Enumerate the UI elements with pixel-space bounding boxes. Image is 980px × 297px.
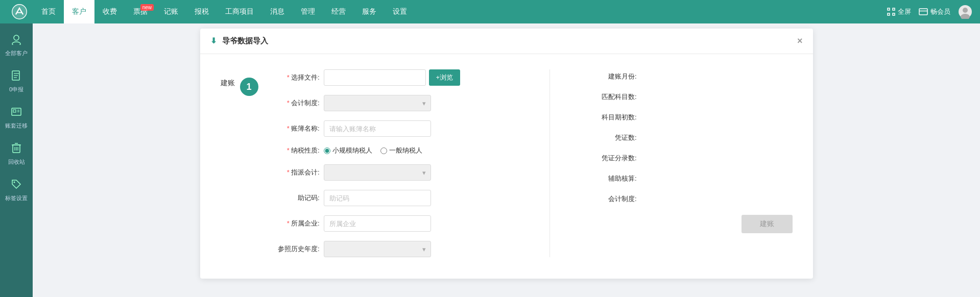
tax-nature-radio-group: 小规模纳税人 一般纳税人: [324, 146, 422, 155]
dialog-title: 导爷数据导入: [222, 36, 268, 45]
member-label: 畅会员: [930, 7, 950, 16]
svg-point-0: [12, 5, 26, 19]
ref-year-label: 参照历史年度:: [274, 244, 320, 254]
nav-messages[interactable]: 消息: [262, 0, 293, 23]
ledger-name-input[interactable]: [324, 120, 431, 137]
aux-accounting-row: 辅助核算:: [581, 174, 793, 183]
nav-invoices[interactable]: 票据 new: [125, 0, 156, 23]
sidebar-migration-label: 账套迁移: [5, 122, 28, 130]
accounting-system-label: 会计制度:: [274, 98, 320, 108]
assign-accountant-row: 指派会计:: [274, 164, 519, 181]
file-input-group: +浏览: [324, 69, 461, 86]
svg-rect-1: [888, 8, 890, 10]
file-text-input[interactable]: [324, 69, 426, 86]
top-navigation: 首页 客户 收费 票据 new 记账 报税 工商项目 消息 管理 经营 服务 设…: [0, 0, 980, 23]
sidebar: 全部客户 0申报 账套迁移: [0, 23, 33, 297]
trash-icon: [11, 142, 21, 156]
nav-tax[interactable]: 报税: [186, 0, 217, 23]
small-taxpayer-label: 小规模纳税人: [332, 146, 372, 155]
import-icon: ⬇: [210, 36, 217, 45]
ref-year-select-wrapper: [324, 241, 431, 257]
ref-year-select[interactable]: [324, 241, 431, 257]
svg-rect-2: [893, 8, 895, 10]
sidebar-tags-label: 标签设置: [5, 194, 28, 202]
small-taxpayer-input[interactable]: [324, 147, 330, 154]
match-subject-row: 匹配科目数:: [581, 92, 793, 102]
voucher-label: 凭证数:: [581, 133, 637, 142]
memo-code-row: 助记码:: [274, 190, 519, 206]
form-panel: 建账 1 选择文件: +浏览: [221, 69, 519, 257]
sidebar-declaration-label: 0申报: [9, 86, 23, 93]
member-button[interactable]: 畅会员: [919, 7, 950, 16]
info-accounting-system-row: 会计制度:: [581, 194, 793, 204]
fullscreen-button[interactable]: 全屏: [887, 7, 911, 16]
logo[interactable]: [5, 4, 33, 20]
nav-home[interactable]: 首页: [33, 0, 64, 23]
ledger-name-row: 账簿名称:: [274, 120, 519, 137]
nav-services[interactable]: 服务: [354, 0, 385, 23]
nav-right: 全屏 畅会员: [887, 5, 972, 19]
all-clients-icon: [11, 34, 22, 47]
nav-items: 首页 客户 收费 票据 new 记账 报税 工商项目 消息 管理 经营 服务 设…: [33, 0, 887, 23]
subject-initial-label: 科目期初数:: [581, 113, 637, 122]
step-label: 建账: [221, 73, 235, 92]
tax-nature-label: 纳税性质:: [274, 146, 320, 155]
assign-accountant-label: 指派会计:: [274, 168, 320, 177]
sidebar-item-migration[interactable]: 账套迁移: [0, 101, 33, 135]
nav-business[interactable]: 工商项目: [217, 0, 262, 23]
voucher-row: 凭证数:: [581, 133, 793, 142]
fullscreen-label: 全屏: [898, 7, 911, 16]
memo-code-label: 助记码:: [274, 193, 320, 203]
match-subject-label: 匹配科目数:: [581, 92, 637, 102]
build-month-label: 建账月份:: [581, 72, 637, 81]
small-taxpayer-radio[interactable]: 小规模纳税人: [324, 146, 372, 155]
svg-point-26: [14, 182, 15, 183]
file-label: 选择文件:: [274, 73, 320, 82]
svg-point-10: [14, 35, 19, 40]
company-row: 所属企业:: [274, 215, 519, 232]
memo-code-input[interactable]: [324, 190, 431, 206]
general-taxpayer-radio[interactable]: 一般纳税人: [380, 146, 422, 155]
close-button[interactable]: ×: [797, 36, 803, 46]
svg-rect-6: [919, 10, 927, 12]
sidebar-item-trash[interactable]: 回收站: [0, 137, 33, 171]
main-layout: 全部客户 0申报 账套迁移: [0, 23, 980, 297]
nav-settings[interactable]: 设置: [385, 0, 415, 23]
svg-point-8: [963, 8, 968, 13]
main-content: ⬇ 导爷数据导入 × 建账 1 选择文件:: [33, 23, 980, 297]
sidebar-item-declaration[interactable]: 0申报: [0, 65, 33, 98]
declaration-icon: [11, 70, 22, 84]
sidebar-item-tags[interactable]: 标签设置: [0, 174, 33, 207]
ledger-name-label: 账簿名称:: [274, 124, 320, 133]
build-month-row: 建账月份:: [581, 72, 793, 81]
accounting-system-row: 会计制度:: [274, 95, 519, 111]
sidebar-item-all-clients[interactable]: 全部客户: [0, 29, 33, 62]
file-row: 选择文件: +浏览: [274, 69, 519, 86]
user-avatar[interactable]: [958, 5, 972, 19]
nav-fees[interactable]: 收费: [94, 0, 125, 23]
nav-operations[interactable]: 经营: [323, 0, 354, 23]
form-fields: 选择文件: +浏览 会计制度:: [274, 69, 519, 257]
assign-accountant-select-wrapper: [324, 164, 431, 181]
general-taxpayer-input[interactable]: [380, 147, 387, 154]
browse-button[interactable]: +浏览: [429, 69, 461, 86]
svg-rect-4: [893, 13, 895, 15]
build-button[interactable]: 建账: [742, 215, 793, 233]
dialog-header: ⬇ 导爷数据导入 ×: [200, 29, 813, 54]
migration-icon: [11, 106, 22, 120]
new-badge: new: [140, 4, 154, 11]
assign-accountant-select[interactable]: [324, 164, 431, 181]
nav-clients[interactable]: 客户: [64, 0, 94, 23]
subject-initial-row: 科目期初数:: [581, 113, 793, 122]
info-accounting-system-label: 会计制度:: [581, 194, 637, 204]
accounting-system-select[interactable]: [324, 95, 431, 111]
sidebar-trash-label: 回收站: [8, 158, 25, 166]
sidebar-all-clients-label: 全部客户: [5, 50, 28, 57]
ref-year-row: 参照历史年度:: [274, 241, 519, 257]
dialog-title-area: ⬇ 导爷数据导入: [210, 36, 268, 46]
dialog-body: 建账 1 选择文件: +浏览: [200, 54, 813, 273]
nav-manage[interactable]: 管理: [293, 0, 323, 23]
voucher-entries-row: 凭证分录数:: [581, 154, 793, 163]
company-input[interactable]: [324, 215, 431, 232]
nav-bookkeeping[interactable]: 记账: [156, 0, 186, 23]
